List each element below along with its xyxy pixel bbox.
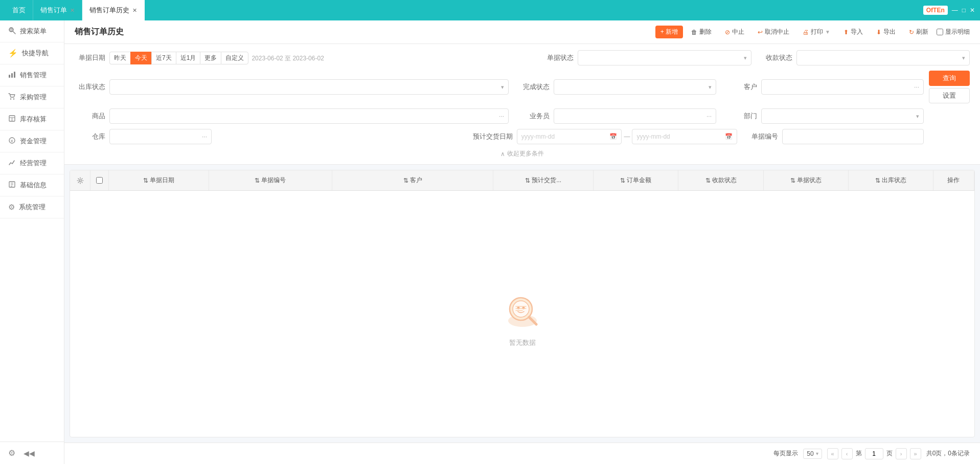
tab-sales-order-history-label: 销售订单历史 bbox=[89, 6, 129, 15]
last-page-icon: » bbox=[914, 451, 917, 457]
sidebar-item-basic-info[interactable]: 基础信息 bbox=[0, 174, 64, 196]
th-delivery[interactable]: ⇅ 预计交货... bbox=[493, 170, 594, 190]
sidebar-item-ops-mgmt[interactable]: 经营管理 bbox=[0, 152, 64, 174]
tab-sales-order-history[interactable]: 销售订单历史 ✕ bbox=[82, 0, 145, 20]
filter-complete-status: 完成状态 ▾ bbox=[519, 79, 716, 95]
total-records-label: 共0页，0条记录 bbox=[926, 449, 970, 458]
date-tab-custom[interactable]: 自定义 bbox=[221, 52, 248, 64]
new-btn[interactable]: + 新增 bbox=[655, 26, 683, 38]
print-btn[interactable]: 🖨 打印 ▼ bbox=[797, 26, 835, 38]
bill-number-label: 单据编号 bbox=[747, 132, 778, 141]
sidebar-item-quick-nav[interactable]: ⚡ 快捷导航 bbox=[0, 42, 64, 64]
page-size-select[interactable]: 50 ▾ bbox=[803, 449, 822, 459]
sidebar-bottom: ⚙ ◀◀ bbox=[0, 441, 64, 464]
setting-btn[interactable]: 设置 bbox=[929, 88, 970, 103]
date-tab-yesterday[interactable]: 昨天 bbox=[109, 52, 130, 64]
sidebar-item-fund-mgmt-label: 资金管理 bbox=[20, 137, 47, 146]
date-tab-last7[interactable]: 近7天 bbox=[151, 52, 176, 64]
maximize-btn[interactable]: □ bbox=[962, 7, 966, 14]
expected-date-from-control[interactable]: yyyy-mm-dd 📅 bbox=[517, 129, 622, 144]
content-area: 销售订单历史 + 新增 🗑 删除 ⊘ 中止 ↩ 取消中止 🖨 bbox=[64, 20, 980, 464]
select-all-checkbox[interactable] bbox=[96, 177, 103, 184]
sidebar-collapse-icon[interactable]: ◀◀ bbox=[24, 449, 35, 457]
fund-mgmt-icon: ¥ bbox=[8, 137, 16, 146]
customer-dots-icon: ··· bbox=[914, 83, 919, 91]
bill-number-control[interactable] bbox=[782, 129, 924, 144]
delete-btn[interactable]: 🗑 删除 bbox=[686, 26, 717, 38]
close-window-btn[interactable]: ✕ bbox=[970, 7, 975, 14]
show-detail-checkbox[interactable]: 显示明细 bbox=[937, 28, 970, 36]
search-menu-icon bbox=[8, 27, 16, 36]
payment-status-control[interactable]: ▾ bbox=[796, 50, 970, 65]
th-settings[interactable] bbox=[70, 170, 90, 190]
warehouse-control[interactable]: ··· bbox=[109, 129, 212, 144]
th-bill-status[interactable]: ⇅ 单据状态 bbox=[764, 170, 849, 190]
th-action: 操作 bbox=[933, 170, 974, 190]
complete-status-control[interactable]: ▾ bbox=[554, 79, 716, 95]
date-tab-today[interactable]: 今天 bbox=[130, 52, 151, 64]
th-date[interactable]: ⇅ 单据日期 bbox=[109, 170, 209, 190]
stop-btn[interactable]: ⊘ 中止 bbox=[720, 26, 749, 38]
th-checkbox[interactable] bbox=[90, 170, 109, 190]
department-control[interactable]: ▾ bbox=[761, 108, 924, 124]
sidebar-item-inventory-calc[interactable]: 库存核算 bbox=[0, 108, 64, 130]
sidebar-item-fund-mgmt[interactable]: ¥ 资金管理 bbox=[0, 130, 64, 152]
filter-row-3: 商品 ··· 业务员 ··· 部门 bbox=[75, 108, 970, 124]
calendar-from-icon[interactable]: 📅 bbox=[609, 133, 617, 140]
customer-label: 客户 bbox=[726, 82, 757, 92]
new-btn-label: + 新增 bbox=[660, 28, 678, 36]
prev-page-btn[interactable]: ‹ bbox=[841, 448, 853, 459]
expected-date-to-control[interactable]: yyyy-mm-dd 📅 bbox=[632, 129, 737, 144]
th-stock-status[interactable]: ⇅ 出库状态 bbox=[849, 170, 933, 190]
th-amount[interactable]: ⇅ 订单金额 bbox=[594, 170, 678, 190]
close-sales-order-tab[interactable]: ✕ bbox=[70, 7, 75, 14]
sales-mgmt-icon bbox=[8, 71, 16, 80]
sidebar-item-system-mgmt[interactable]: ⚙ 系统管理 bbox=[0, 196, 64, 218]
svg-point-23 bbox=[513, 301, 529, 317]
sidebar-item-sales-mgmt[interactable]: 销售管理 bbox=[0, 64, 64, 86]
th-pay-status[interactable]: ⇅ 收款状态 bbox=[678, 170, 763, 190]
calendar-to-icon[interactable]: 📅 bbox=[725, 133, 733, 140]
th-customer[interactable]: ⇅ 客户 bbox=[332, 170, 493, 190]
goods-control[interactable]: ··· bbox=[109, 108, 509, 124]
filter-bill-status: 单据状态 ▾ bbox=[543, 50, 751, 65]
sidebar-item-inventory-calc-label: 库存核算 bbox=[20, 115, 47, 124]
minimize-btn[interactable]: — bbox=[952, 7, 958, 14]
sidebar-item-basic-info-label: 基础信息 bbox=[20, 181, 47, 190]
show-detail-input[interactable] bbox=[937, 29, 943, 35]
basic-info-icon bbox=[8, 181, 16, 190]
tab-sales-order[interactable]: 销售订单 ✕ bbox=[33, 0, 82, 20]
date-tab-last1month[interactable]: 近1月 bbox=[176, 52, 200, 64]
salesperson-control[interactable]: ··· bbox=[554, 108, 716, 124]
complete-status-arrow-icon: ▾ bbox=[709, 84, 712, 91]
query-btn[interactable]: 查询 bbox=[929, 71, 970, 86]
date-tab-more[interactable]: 更多 bbox=[200, 52, 221, 64]
cancel-stop-btn-label: 取消中止 bbox=[765, 28, 789, 36]
page-number-input[interactable] bbox=[865, 448, 883, 459]
import-btn[interactable]: ⬆ 导入 bbox=[838, 26, 868, 38]
customer-control[interactable]: ··· bbox=[761, 79, 924, 95]
close-history-tab[interactable]: ✕ bbox=[132, 7, 137, 14]
page-title: 销售订单历史 bbox=[75, 27, 124, 37]
expected-date-to-value: yyyy-mm-dd bbox=[636, 133, 670, 140]
th-number[interactable]: ⇅ 单据编号 bbox=[209, 170, 332, 190]
stock-status-control[interactable]: ▾ bbox=[109, 79, 509, 95]
print-icon: 🖨 bbox=[803, 29, 809, 36]
refresh-btn[interactable]: ↻ 刷新 bbox=[904, 26, 933, 38]
export-btn[interactable]: ⬇ 导出 bbox=[871, 26, 901, 38]
collapse-chevron-icon: ∧ bbox=[500, 150, 505, 158]
tab-home[interactable]: 首页 bbox=[5, 0, 33, 20]
next-page-btn[interactable]: › bbox=[896, 448, 907, 459]
collapse-bar[interactable]: ∧ 收起更多条件 bbox=[75, 149, 970, 158]
sidebar-item-search-menu[interactable]: 搜索菜单 bbox=[0, 20, 64, 42]
first-page-btn[interactable]: « bbox=[827, 448, 838, 459]
purchase-mgmt-icon bbox=[8, 93, 16, 102]
sort-amount-icon: ⇅ bbox=[620, 177, 625, 184]
sidebar-settings-icon[interactable]: ⚙ bbox=[8, 448, 15, 458]
next-page-icon: › bbox=[900, 451, 902, 457]
bill-status-control[interactable]: ▾ bbox=[578, 50, 751, 65]
last-page-btn[interactable]: » bbox=[910, 448, 921, 459]
filter-area: 单据日期 昨天 今天 近7天 bbox=[64, 44, 980, 165]
cancel-stop-btn[interactable]: ↩ 取消中止 bbox=[753, 26, 794, 38]
sidebar-item-purchase-mgmt[interactable]: 采购管理 bbox=[0, 86, 64, 108]
